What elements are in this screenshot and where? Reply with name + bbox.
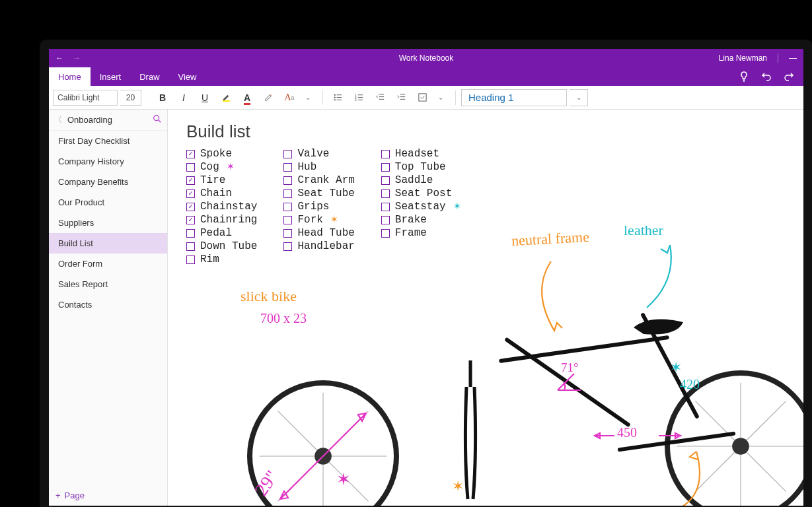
add-page-button[interactable]: + Page (55, 490, 85, 500)
bold-button[interactable]: B (153, 88, 172, 107)
title-bar: ← → Work Notebook Lina Newman — (49, 49, 803, 67)
checklist-item[interactable]: Seat Tube (283, 187, 354, 200)
checkbox-icon[interactable] (381, 163, 390, 172)
sidebar-page-item[interactable]: First Day Checklist (49, 131, 167, 151)
minimize-button[interactable]: — (789, 55, 797, 61)
add-page-label: Page (65, 490, 85, 500)
checkbox-icon[interactable] (283, 163, 292, 172)
lightbulb-icon[interactable] (739, 71, 749, 82)
checklist-label: Chainstay (200, 200, 257, 213)
highlight-button[interactable] (217, 88, 235, 107)
checklist-item[interactable]: Top Tube (381, 160, 461, 174)
checkbox-icon[interactable] (186, 229, 195, 238)
checkbox-icon[interactable] (186, 163, 195, 172)
checklist-item[interactable]: Grips (283, 200, 354, 213)
pink-star-icon: ✶ (336, 469, 351, 490)
undo-icon[interactable] (761, 71, 772, 82)
checkbox-icon[interactable] (283, 203, 292, 211)
tab-view[interactable]: View (169, 67, 206, 86)
note-title[interactable]: Build list (186, 121, 785, 142)
tab-draw[interactable]: Draw (130, 67, 168, 86)
checklist-item[interactable]: Hub (283, 160, 354, 174)
tab-home[interactable]: Home (49, 67, 91, 86)
checklist-item[interactable]: Fork✶ (283, 213, 354, 226)
sidebar-page-item[interactable]: Company History (49, 151, 167, 172)
annotation-slick-bike: slick bike (240, 288, 297, 305)
wheel-measure-arrow (267, 400, 379, 506)
style-select[interactable]: Heading 1 (461, 89, 567, 106)
note-canvas[interactable]: Build list SpokeCog✶TireChainChainstayCh… (168, 110, 803, 506)
checklist-item[interactable]: Headset (381, 147, 461, 160)
number-list-button[interactable]: 123 (350, 88, 368, 107)
checklist-item[interactable]: Seat Post (381, 187, 461, 200)
checklist-item[interactable]: Cog✶ (186, 160, 257, 174)
separator (778, 53, 778, 63)
checklist-item[interactable]: Chain (186, 187, 257, 200)
font-name-select[interactable]: Calibri Light (53, 90, 118, 106)
separator (322, 90, 323, 105)
checklist-item[interactable]: Spoke (186, 147, 257, 160)
checklist-item[interactable]: Chainstay (186, 200, 257, 213)
svg-point-1 (334, 94, 335, 96)
checkbox-icon[interactable] (283, 150, 292, 158)
clear-format-button[interactable] (259, 88, 277, 107)
nav-back-icon[interactable]: ← (55, 53, 63, 63)
checkbox-icon[interactable] (283, 216, 292, 224)
underline-button[interactable]: U (196, 88, 214, 107)
sidebar-page-item[interactable]: Our Product (49, 192, 167, 213)
outdent-button[interactable] (371, 88, 389, 107)
checkbox-icon[interactable] (381, 216, 390, 224)
redo-icon[interactable] (784, 71, 794, 82)
checklist-item[interactable]: Tire (186, 174, 257, 187)
checkbox-icon[interactable] (186, 150, 195, 158)
format-painter-button[interactable]: Aa (280, 88, 299, 107)
bullet-list-button[interactable] (328, 88, 347, 107)
section-title[interactable]: Onboarding (67, 115, 147, 125)
style-dropdown-icon[interactable]: ⌄ (570, 89, 588, 106)
checkbox-icon[interactable] (283, 176, 292, 185)
sidebar-page-item[interactable]: Contacts (49, 294, 167, 315)
checklist-item[interactable]: Brake (381, 213, 461, 226)
checklist-item[interactable]: Valve (283, 147, 354, 160)
indent-button[interactable] (392, 88, 410, 107)
checklist-item[interactable]: Seatstay✶ (381, 200, 461, 213)
sidebar-page-item[interactable]: Company Benefits (49, 172, 167, 192)
sidebar-page-item[interactable]: Sales Report (49, 274, 167, 294)
checkbox-icon[interactable] (186, 242, 195, 251)
bike-illustration: slick bike 700 x 23 29" neutral frame le… (207, 228, 797, 506)
italic-button[interactable]: I (174, 88, 193, 107)
font-dropdown-icon[interactable]: ⌄ (299, 88, 317, 107)
font-color-button[interactable]: A (238, 88, 256, 107)
para-dropdown-icon[interactable]: ⌄ (431, 88, 450, 107)
checkbox-icon[interactable] (381, 150, 390, 158)
tab-insert[interactable]: Insert (91, 67, 131, 86)
saddle-image (630, 314, 690, 341)
sidebar-page-item[interactable]: Build List (49, 233, 167, 254)
checkbox-icon[interactable] (381, 203, 390, 211)
angle-mark-icon (554, 370, 587, 397)
checkbox-icon[interactable] (186, 255, 195, 264)
checkbox-icon[interactable] (186, 203, 195, 211)
checklist-label: Crank Arm (297, 174, 354, 187)
user-name[interactable]: Lina Newman (719, 53, 767, 63)
checklist-item[interactable]: Chainring (186, 213, 257, 226)
font-size-select[interactable]: 20 (120, 90, 141, 106)
checkbox-icon[interactable] (186, 216, 195, 224)
sidebar-page-item[interactable]: Order Form (49, 254, 167, 274)
checkbox-icon[interactable] (381, 176, 390, 185)
todo-tag-button[interactable] (413, 88, 431, 107)
checklist-item[interactable]: Crank Arm (283, 174, 354, 187)
section-back-icon[interactable]: 〈 (54, 114, 62, 125)
orange-star-icon: ✶ (452, 478, 464, 495)
annotation-neutral-frame: neutral frame (511, 230, 590, 248)
checklist-item[interactable]: Saddle (381, 174, 461, 187)
sidebar-page-item[interactable]: Suppliers (49, 213, 167, 233)
ink-star-icon: ✶ (227, 160, 234, 174)
checkbox-icon[interactable] (381, 189, 390, 198)
teal-star-icon: ✶ (670, 359, 682, 376)
search-icon[interactable] (153, 114, 162, 125)
nav-forward-icon[interactable]: → (73, 53, 81, 63)
checkbox-icon[interactable] (283, 189, 292, 198)
checkbox-icon[interactable] (186, 176, 195, 185)
checkbox-icon[interactable] (186, 189, 195, 198)
